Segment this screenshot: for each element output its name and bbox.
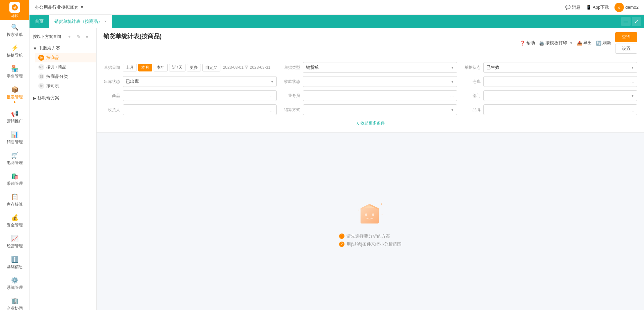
user-profile[interactable]: d demo2 <box>614 3 639 12</box>
tab-active[interactable]: 销货单统计表（按商品） × <box>49 15 112 28</box>
tree-child-by-product[interactable]: 按 按商品 <box>35 53 96 62</box>
sidebar-item-search[interactable]: 🔍 搜索菜单 <box>0 20 30 41</box>
date-last7-btn[interactable]: 近7天 <box>169 64 185 71</box>
empty-tip-2: 2 用[过滤]条件来缩小分析范围 <box>339 241 401 247</box>
filter-item-outstatus: 出库状态 已出库 ▼ <box>103 76 277 87</box>
date-custom-btn[interactable]: 自定义 <box>202 64 220 71</box>
industry-arrow: ▼ <box>80 5 84 10</box>
product-control[interactable]: ... <box>123 90 277 101</box>
tree-parent-mobile[interactable]: ▶ 移动端方案 <box>30 93 96 103</box>
panel-collapse-btn[interactable]: « <box>86 33 93 40</box>
receiver-dots: ... <box>270 107 274 112</box>
svg-rect-2 <box>361 208 379 223</box>
warehouse-label: 仓库 <box>464 79 481 85</box>
date-more-btn[interactable]: 更多 <box>187 64 201 71</box>
warehouse-control[interactable]: ... <box>483 76 637 87</box>
receiver-control[interactable]: ... <box>123 104 277 115</box>
sidebar-item-wholesale[interactable]: 📦 批发管理 ▲ <box>0 83 30 107</box>
outstatus-control[interactable]: 已出库 ▼ <box>123 76 277 87</box>
sidebar-item-ecom[interactable]: 🛒 电商管理 <box>0 148 30 169</box>
sidebar-item-finance[interactable]: 💰 资金管理 <box>0 211 30 231</box>
date-this-month-btn[interactable]: 本月 <box>138 64 152 71</box>
svg-text:✦: ✦ <box>381 213 383 215</box>
sidebar-item-basic[interactable]: ℹ️ 基础信息 <box>0 252 30 273</box>
collapse-icon: « <box>86 34 93 39</box>
app-download-label: App下载 <box>593 4 609 10</box>
tab-minimize-btn[interactable]: — <box>621 17 631 26</box>
sidebar-item-label: 资金管理 <box>7 222 23 228</box>
enterprise-icon: 🏢 <box>11 297 18 305</box>
tree-parent-mobile-label: 移动端方案 <box>38 95 59 101</box>
payment-method-control[interactable]: ▼ <box>303 104 457 115</box>
sidebar-item-label: 经营管理 <box>7 243 23 249</box>
dept-arrow: ▼ <box>631 94 634 98</box>
sidebar-item-marketing[interactable]: 📢 营销推广 <box>0 107 30 127</box>
print-arrow: ▼ <box>570 41 573 45</box>
tab-close-icon[interactable]: × <box>104 19 107 24</box>
settings-button[interactable]: 设置 <box>615 44 637 54</box>
left-panel: 按以下方案查询 + ✎ « ▼ 电脑端方案 按 <box>30 28 97 310</box>
tab-home[interactable]: 首页 <box>30 15 49 28</box>
page-header-actions: ❓ 帮助 🖨️ 按模板打印 ▼ 📤 导出 🔄 刷新 <box>520 32 637 58</box>
panel-edit-btn[interactable]: ✎ <box>77 33 84 40</box>
sidebar-item-inventory[interactable]: 📋 库存核算 <box>0 190 30 211</box>
sidebar-item-label: 系统管理 <box>7 285 23 291</box>
sidebar-item-label: 库存核算 <box>7 202 23 207</box>
app-download-icon: 📱 <box>586 5 591 10</box>
filter-row-1: 单据日期 上月 本月 本年 近7天 更多 自定义 2023-03-01 至 20… <box>103 62 637 73</box>
tree-child-by-cashier[interactable]: 按 按司机 <box>35 81 96 91</box>
date-last-month-btn[interactable]: 上月 <box>123 64 137 71</box>
navbar-left: 办公用品行业模拟账套 ▼ <box>35 4 84 10</box>
sidebar-item-system[interactable]: ⚙️ 系统管理 <box>0 273 30 294</box>
help-action[interactable]: ❓ 帮助 <box>520 40 535 46</box>
refresh-label: 刷新 <box>602 40 611 46</box>
dept-control[interactable]: ▼ <box>483 90 637 101</box>
message-action[interactable]: 💬 消息 <box>565 4 581 10</box>
export-action[interactable]: 📤 导出 <box>577 40 592 46</box>
tab-maximize-btn[interactable]: ⤢ <box>632 17 641 26</box>
industry-selector[interactable]: 办公用品行业模拟账套 ▼ <box>35 4 84 10</box>
sidebar-item-ops[interactable]: 📈 经营管理 <box>0 231 30 252</box>
svg-text:✦: ✦ <box>380 202 383 206</box>
export-label: 导出 <box>583 40 592 46</box>
docstatus-arrow: ▼ <box>631 66 634 69</box>
query-button[interactable]: 查询 <box>615 32 637 42</box>
payment-status-label: 收款状态 <box>283 79 300 85</box>
sidebar-item-sales[interactable]: 📊 销售管理 <box>0 127 30 148</box>
doctype-label: 单据类型 <box>283 65 300 70</box>
receiver-label: 收货人 <box>103 107 120 113</box>
docstatus-control[interactable]: 已生效 ▼ <box>483 62 637 73</box>
refresh-action[interactable]: 🔄 刷新 <box>596 40 611 46</box>
sidebar-item-quick[interactable]: ⚡ 快捷导航 <box>0 41 30 62</box>
avatar: d <box>614 3 624 12</box>
sidebar-item-label: 基础信息 <box>7 264 23 270</box>
tree-child-by-category[interactable]: 回 按商品分类 <box>35 72 96 81</box>
outstatus-label: 出库状态 <box>103 79 120 85</box>
panel-add-btn[interactable]: + <box>68 33 75 40</box>
page-header: 销货单统计表(按商品) ❓ 帮助 🖨️ 按模板打印 ▼ 📤 导出 <box>97 28 644 58</box>
date-this-year-btn[interactable]: 本年 <box>154 64 168 71</box>
payment-status-control[interactable]: ▼ <box>303 76 457 87</box>
app-download-action[interactable]: 📱 App下载 <box>586 4 609 10</box>
print-action[interactable]: 🖨️ 按模板打印 ▼ <box>539 40 573 46</box>
sidebar-item-label: 零售管理 <box>7 73 23 79</box>
sidebar-item-purchase[interactable]: 🛍️ 采购管理 <box>0 169 30 190</box>
sidebar-item-enterprise[interactable]: 🏢 企业协同 <box>0 294 30 310</box>
tree-child-label: 按司机 <box>46 83 59 89</box>
tab-bar: 首页 销货单统计表（按商品） × — ⤢ <box>30 15 644 28</box>
collapse-btn[interactable]: ∧ 收起更多条件 <box>103 118 637 128</box>
retail-icon: 🏪 <box>11 65 18 72</box>
staff-control[interactable]: ... <box>303 90 457 101</box>
sidebar-item-retail[interactable]: 🏪 零售管理 <box>0 62 30 83</box>
search-icon: 🔍 <box>11 23 18 31</box>
tip-num-1: 1 <box>339 234 344 239</box>
brand-control[interactable]: ... <box>483 104 637 115</box>
tree-child-icon-product: 按 <box>38 55 44 61</box>
tree-parent-pc[interactable]: ▼ 电脑端方案 <box>30 44 96 53</box>
top-navbar: 办公用品行业模拟账套 ▼ 💬 消息 📱 App下载 d demo2 <box>30 0 644 15</box>
tree-child-by-month[interactable]: 按月 按月+商品 <box>35 62 96 72</box>
tree-children-pc: 按 按商品 按月 按月+商品 回 按商品分类 按 按司机 <box>30 53 96 91</box>
refresh-icon: 🔄 <box>596 41 601 46</box>
sidebar-item-label: 批发管理 <box>7 94 23 100</box>
sidebar: 畅 标账 🔍 搜索菜单 ⚡ 快捷导航 🏪 零售管理 📦 批发管理 ▲ 📢 营销推… <box>0 0 30 310</box>
